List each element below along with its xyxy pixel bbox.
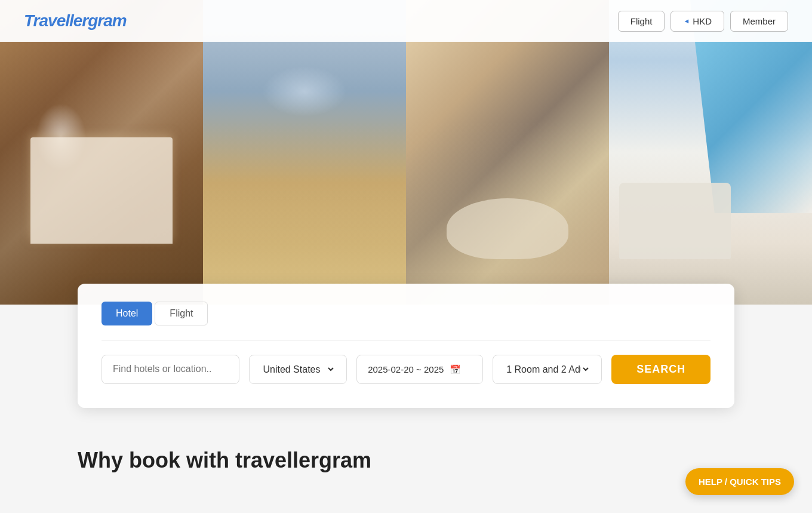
member-button[interactable]: Member (730, 11, 788, 32)
currency-label: HKD (693, 16, 712, 26)
flight-nav-button[interactable]: Flight (618, 11, 665, 32)
logo: Travellergram (24, 11, 127, 30)
search-fields: United States Hong Kong Japan United Kin… (102, 355, 710, 384)
hero-image-4 (609, 0, 812, 305)
country-select-wrap[interactable]: United States Hong Kong Japan United Kin… (249, 355, 347, 384)
date-range-value: 2025-02-20 ~ 2025 (368, 364, 444, 374)
location-input-wrap[interactable] (102, 355, 239, 384)
why-section: Why book with travellergram (78, 448, 734, 473)
room-select-wrap[interactable]: 1 Room and 1 Adult 1 Room and 2 Adult 2 … (493, 355, 602, 384)
search-tabs: Hotel Flight (102, 302, 710, 325)
location-input[interactable] (113, 364, 228, 374)
search-button[interactable]: SEARCH (611, 355, 710, 384)
hero-image-3 (406, 0, 609, 305)
currency-arrow-icon: ◄ (683, 17, 690, 24)
search-panel: Hotel Flight United States Hong Kong Jap… (78, 284, 734, 408)
country-select[interactable]: United States Hong Kong Japan United Kin… (260, 364, 336, 375)
calendar-icon: 📅 (450, 364, 461, 375)
room-select[interactable]: 1 Room and 1 Adult 1 Room and 2 Adult 2 … (504, 364, 590, 375)
tab-flight[interactable]: Flight (155, 302, 208, 325)
date-range-wrap[interactable]: 2025-02-20 ~ 2025 📅 (356, 355, 483, 384)
help-button[interactable]: HELP / QUICK TIPS (685, 468, 794, 495)
header: Travellergram Flight ◄ HKD Member (0, 0, 812, 42)
header-nav: Flight ◄ HKD Member (618, 11, 788, 32)
why-title: Why book with travellergram (78, 448, 734, 473)
hero-image-1 (0, 0, 203, 305)
hero-image-2 (203, 0, 406, 305)
currency-button[interactable]: ◄ HKD (670, 11, 724, 32)
tab-hotel[interactable]: Hotel (102, 302, 152, 325)
search-divider (102, 340, 710, 340)
hero-section (0, 0, 812, 305)
